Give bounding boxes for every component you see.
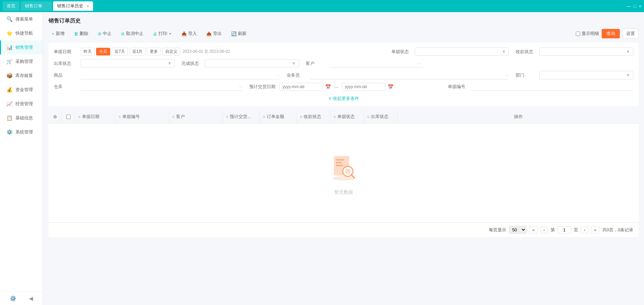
customer-select[interactable]: ··· <box>329 60 423 68</box>
filter-label-order-no: 单据编号 <box>448 84 471 90</box>
window-controls: — □ × <box>627 4 641 9</box>
refresh-button[interactable]: 🔄 刷新 <box>228 29 250 38</box>
col-customer: ⇅ 客户 <box>169 110 223 123</box>
stop-button[interactable]: ⊘ 中止 <box>94 29 115 38</box>
inventory-icon: 📦 <box>6 73 13 79</box>
system-icon: ⚙️ <box>6 129 13 135</box>
export-button[interactable]: 📤 导出 <box>203 29 225 38</box>
last-page-button[interactable]: » <box>591 226 599 233</box>
calendar-to-icon[interactable]: 📅 <box>388 84 393 89</box>
col-receipt-status-sort-icon[interactable]: ⇅ <box>300 115 302 119</box>
sidebar-item-quicknav-label: 快捷导航 <box>15 30 33 36</box>
btn-1month[interactable]: 近1月 <box>129 48 146 55</box>
sidebar-settings-icon[interactable]: ⚙️ <box>10 295 16 302</box>
add-button[interactable]: + 新增 <box>48 29 68 38</box>
col-amount-sort-icon[interactable]: ⇅ <box>263 115 265 119</box>
collapse-btn[interactable]: ∧ 收起更多条件 <box>54 94 633 102</box>
prev-page-button[interactable]: ‹ <box>541 226 548 233</box>
close-button[interactable]: × <box>639 4 641 9</box>
page-title: 销售订单历史 <box>48 17 639 25</box>
expected-date-to[interactable] <box>342 83 386 91</box>
tab-sales-history[interactable]: 销售订单历史 × <box>53 1 93 11</box>
page-label-pre: 第 <box>551 227 555 233</box>
display-option[interactable]: 显示明细 <box>576 31 599 37</box>
goods-input[interactable] <box>81 71 275 79</box>
sidebar-item-sales[interactable]: 📊 销售管理 <box>0 40 43 54</box>
svg-point-0 <box>332 176 355 181</box>
col-order-no: ⇅ 单据编号 <box>116 110 169 123</box>
sidebar-item-operations[interactable]: 📈 经营管理 <box>0 97 43 111</box>
current-page-input[interactable] <box>558 226 571 233</box>
complete-status-select[interactable]: ▼ <box>205 59 299 68</box>
receipt-status-select[interactable]: ▼ <box>539 47 633 56</box>
main-layout: 🔍 搜索菜单 ⭐ 快捷导航 📊 销售管理 🛒 采购管理 📦 库存核算 💰 资金管… <box>0 12 644 305</box>
tab-sales-order[interactable]: 销售订单 × <box>21 1 52 11</box>
goods-dots[interactable]: ··· <box>276 73 280 78</box>
salesperson-input[interactable] <box>310 71 504 79</box>
btn-custom[interactable]: 自定义 <box>162 48 180 55</box>
sidebar-item-finance[interactable]: 💰 资金管理 <box>0 83 43 97</box>
page-label-post: 页 <box>574 227 578 233</box>
sidebar-item-system[interactable]: ⚙️ 系统管理 <box>0 125 43 139</box>
display-option-label: 显示明细 <box>582 31 599 37</box>
col-expected-sort-icon[interactable]: ⇅ <box>226 115 228 119</box>
col-customer-sort-icon[interactable]: ⇅ <box>172 115 175 119</box>
complete-status-arrow: ▼ <box>292 61 296 66</box>
date-quick-btns: 昨天 今天 近7天 近1月 更多 自定义 <box>81 48 180 55</box>
filter-panel: 单据日期 昨天 今天 近7天 近1月 更多 自定义 2023-06-02 至 2… <box>48 43 639 106</box>
sidebar-item-quicknav[interactable]: ⭐ 快捷导航 <box>0 26 43 40</box>
btn-today[interactable]: 今天 <box>96 48 110 55</box>
filter-label-date: 单据日期 <box>54 49 81 55</box>
sidebar-item-purchase[interactable]: 🛒 采购管理 <box>0 54 43 69</box>
first-page-button[interactable]: « <box>529 226 538 233</box>
minimize-button[interactable]: — <box>627 4 631 9</box>
import-button[interactable]: 📥 导入 <box>178 29 200 38</box>
salesperson-dots[interactable]: ··· <box>505 73 509 78</box>
btn-more[interactable]: 更多 <box>147 48 161 55</box>
order-status-select[interactable]: ▼ <box>415 47 509 56</box>
maximize-button[interactable]: □ <box>634 4 636 9</box>
display-checkbox[interactable] <box>576 32 580 36</box>
delete-button[interactable]: 🗑 删除 <box>71 29 92 38</box>
col-ship-status-sort-icon[interactable]: ⇅ <box>367 115 370 119</box>
btn-yesterday[interactable]: 昨天 <box>81 48 95 55</box>
print-button[interactable]: 🖨 打印 ▼ <box>149 29 175 38</box>
collapse-label: 收起更多条件 <box>333 96 359 102</box>
cancel-stop-button[interactable]: ⊘ 取消中止 <box>118 29 147 38</box>
sidebar-item-basics[interactable]: 📋 基础信息 <box>0 111 43 125</box>
sidebar-collapse-icon[interactable]: ◀ <box>29 295 33 302</box>
col-date-sort-icon[interactable]: ⇅ <box>78 115 81 119</box>
col-order-status-sort-icon[interactable]: ⇅ <box>333 115 336 119</box>
svg-rect-4 <box>336 165 343 166</box>
sidebar-item-inventory[interactable]: 📦 库存核算 <box>0 69 43 83</box>
col-order-no-sort-icon[interactable]: ⇅ <box>118 115 121 119</box>
next-page-button[interactable]: › <box>581 226 588 233</box>
col-settings[interactable]: ⚙ <box>48 111 62 123</box>
empty-text: 暂无数据 <box>334 189 353 195</box>
cancel-stop-label: 取消中止 <box>126 31 143 37</box>
ship-status-select[interactable]: ▼ <box>81 59 175 68</box>
warehouse-dots[interactable]: ··· <box>239 84 243 89</box>
btn-7days[interactable]: 近7天 <box>112 48 128 55</box>
query-button[interactable]: 查询 <box>602 29 620 38</box>
warehouse-input[interactable] <box>81 83 238 90</box>
settings-button[interactable]: 设置 <box>622 29 639 39</box>
tab-home[interactable]: 首页 <box>3 1 19 11</box>
print-arrow-icon: ▼ <box>169 32 172 36</box>
print-icon: 🖨 <box>153 31 157 36</box>
tab-sales-order-close[interactable]: × <box>46 4 48 8</box>
per-page-select[interactable]: 50 10 20 100 <box>509 226 526 234</box>
expected-date-from[interactable] <box>280 83 323 91</box>
svg-point-7 <box>345 168 351 174</box>
calendar-from-icon[interactable]: 📅 <box>325 84 331 89</box>
sidebar-item-search[interactable]: 🔍 搜索菜单 <box>0 12 43 26</box>
order-no-input[interactable] <box>471 83 633 90</box>
col-order-status-label: 单据状态 <box>337 114 355 120</box>
tab-sales-history-close[interactable]: × <box>87 4 89 8</box>
settings-gear-icon[interactable]: ⚙ <box>53 114 57 119</box>
finance-icon: 💰 <box>6 87 13 93</box>
select-all-checkbox[interactable] <box>66 115 71 119</box>
customer-dots: ··· <box>417 61 421 66</box>
col-checkbox[interactable] <box>62 111 75 122</box>
dept-select[interactable]: ▼ <box>539 71 633 79</box>
